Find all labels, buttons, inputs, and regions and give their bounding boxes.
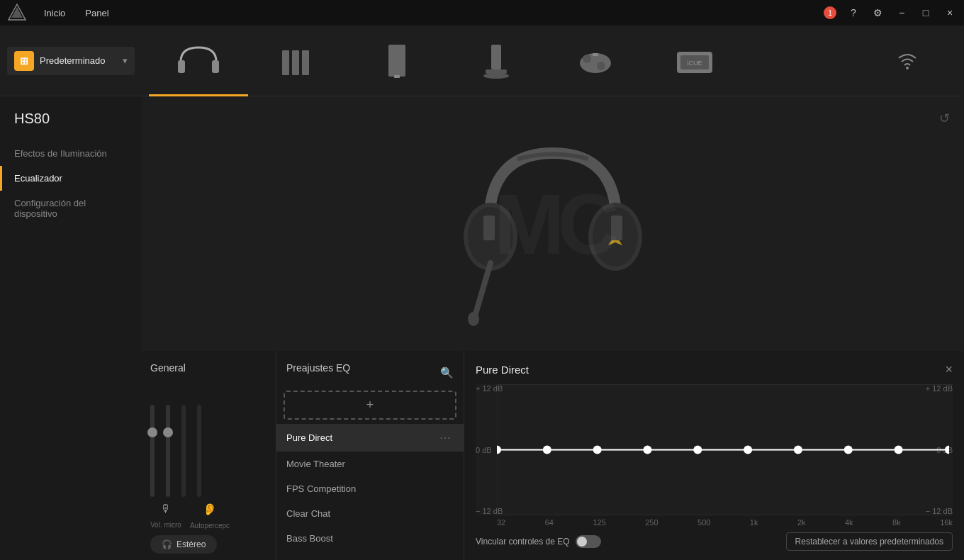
svg-rect-7 <box>388 45 405 77</box>
device-wireless <box>858 26 957 96</box>
svg-rect-15 <box>593 53 598 56</box>
svg-rect-5 <box>292 50 299 75</box>
extra-track-2[interactable] <box>197 405 201 497</box>
eq-link-toggle[interactable] <box>576 535 601 548</box>
profile-name: Predeterminado <box>40 55 117 66</box>
reset-eq-button[interactable]: Restablecer a valores predeterminados <box>786 532 953 551</box>
preset-item-pure-direct[interactable]: Pure Direct ⋯ <box>276 424 464 452</box>
content-area: MC ↺ <box>142 96 964 560</box>
headset-3d-image <box>432 111 673 337</box>
preset-name-bass-boost: Bass Boost <box>286 533 454 544</box>
sidebar-item-eq[interactable]: Ecualizador <box>0 166 142 191</box>
plus-icon: + <box>366 398 374 413</box>
device-stand[interactable] <box>447 26 546 96</box>
svg-rect-6 <box>302 50 309 75</box>
headset-display: MC ↺ <box>142 96 964 352</box>
svg-point-36 <box>794 446 802 454</box>
drive-device-icon <box>369 40 425 82</box>
autoperc-icon: 👂 <box>203 503 217 516</box>
preset-item-fps[interactable]: FPS Competition <box>276 476 464 501</box>
sidebar-item-config[interactable]: Configuración del dispositivo <box>0 191 142 226</box>
eq-close-button[interactable]: × <box>945 362 953 377</box>
eq-bottom-row: Vincular controles de EQ Restablecer a v… <box>476 532 953 551</box>
nav-panel[interactable]: Panel <box>82 8 111 18</box>
extra-slider-1 <box>181 405 186 497</box>
freq-2k: 2k <box>797 518 806 527</box>
stereo-label: Estéreo <box>176 539 206 549</box>
svg-point-39 <box>945 446 949 454</box>
close-button[interactable]: × <box>943 7 957 18</box>
preset-item-bass-boost[interactable]: Bass Boost <box>276 526 464 551</box>
settings-icon[interactable]: ⚙ <box>870 7 885 18</box>
device-headset[interactable] <box>149 26 248 96</box>
eq-link-row: Vincular controles de EQ <box>476 535 601 548</box>
controller-device-icon <box>567 40 624 82</box>
eq-mid-left-label: 0 dB <box>476 446 492 454</box>
svg-rect-25 <box>611 215 622 240</box>
profile-icon: ⊞ <box>14 51 34 71</box>
refresh-icon[interactable]: ↺ <box>939 111 950 126</box>
eq-panel-header: Preajustes EQ 🔍 <box>276 351 464 391</box>
svg-rect-24 <box>483 215 495 240</box>
eq-link-label: Vincular controles de EQ <box>476 537 570 547</box>
eq-graph: + 12 dB 0 dB − 12 dB + 12 dB 0 dB − 12 d… <box>476 384 953 515</box>
device-hub[interactable]: iCUE <box>645 26 744 96</box>
notification-badge[interactable]: 1 <box>824 6 836 19</box>
svg-point-37 <box>844 446 853 454</box>
svg-rect-2 <box>178 60 185 73</box>
preset-item-clear-chat[interactable]: Clear Chat <box>276 501 464 526</box>
headphone-icon: 🎧 <box>162 539 172 549</box>
chevron-down-icon: ▾ <box>123 55 128 66</box>
freq-64: 64 <box>545 518 554 527</box>
preset-name-movie-theater: Movie Theater <box>286 459 454 469</box>
vol-micro-thumb[interactable] <box>147 427 157 437</box>
toggle-knob <box>577 537 587 547</box>
device-title: HS80 <box>0 111 142 141</box>
svg-point-31 <box>543 446 551 454</box>
autoperc-slider-group <box>166 405 170 497</box>
device-ram[interactable] <box>248 26 347 96</box>
preset-item-movie-theater[interactable]: Movie Theater <box>276 452 464 476</box>
title-bar-left: Inicio Panel <box>7 3 112 23</box>
preset-name-clear-chat: Clear Chat <box>286 508 454 519</box>
maximize-button[interactable]: □ <box>919 7 933 18</box>
svg-text:iCUE: iCUE <box>687 60 702 67</box>
svg-rect-3 <box>212 60 219 73</box>
svg-point-27 <box>468 312 479 326</box>
svg-point-13 <box>583 55 591 63</box>
minimize-button[interactable]: − <box>895 7 909 18</box>
search-presets-button[interactable]: 🔍 <box>440 366 454 379</box>
app-logo <box>7 3 27 23</box>
device-drive[interactable] <box>347 26 447 96</box>
eq-display-title: Pure Direct <box>476 364 529 376</box>
eq-freq-labels: 32 64 125 250 500 1k 2k 4k 8k 16k <box>476 515 953 527</box>
device-bar: ⊞ Predeterminado ▾ <box>0 26 964 96</box>
extra-track-1[interactable] <box>181 405 186 497</box>
svg-point-32 <box>593 446 602 454</box>
svg-point-35 <box>744 446 752 454</box>
stereo-button[interactable]: 🎧 Estéreo <box>150 535 217 554</box>
svg-point-34 <box>693 446 702 454</box>
device-controller[interactable] <box>546 26 645 96</box>
autoperc-track[interactable] <box>166 405 170 497</box>
sidebar-item-lighting[interactable]: Efectos de Iluminación <box>0 141 142 166</box>
vol-micro-slider-group <box>150 405 155 497</box>
help-icon[interactable]: ? <box>846 7 861 18</box>
ram-device-icon <box>269 40 326 82</box>
autoperc-thumb[interactable] <box>163 427 173 437</box>
vol-micro-track[interactable] <box>150 405 155 497</box>
profile-selector[interactable]: ⊞ Predeterminado ▾ <box>7 47 135 75</box>
eq-freq-lines <box>497 384 949 515</box>
add-preset-button[interactable]: + <box>284 391 456 420</box>
headset-device-icon <box>170 38 227 81</box>
nav-inicio[interactable]: Inicio <box>41 8 68 18</box>
sidebar: HS80 Efectos de Iluminación Ecualizador … <box>0 96 142 560</box>
freq-500: 500 <box>697 518 710 527</box>
autoperc-label: Autopercepc <box>190 522 230 530</box>
preset-more-pure-direct[interactable]: ⋯ <box>437 431 454 444</box>
presets-panel-title: Preajustes EQ <box>286 362 350 374</box>
freq-8k: 8k <box>892 518 901 527</box>
wifi-icon <box>879 40 936 82</box>
vol-micro-icon: 🎙 <box>160 503 172 515</box>
svg-point-11 <box>483 73 509 79</box>
